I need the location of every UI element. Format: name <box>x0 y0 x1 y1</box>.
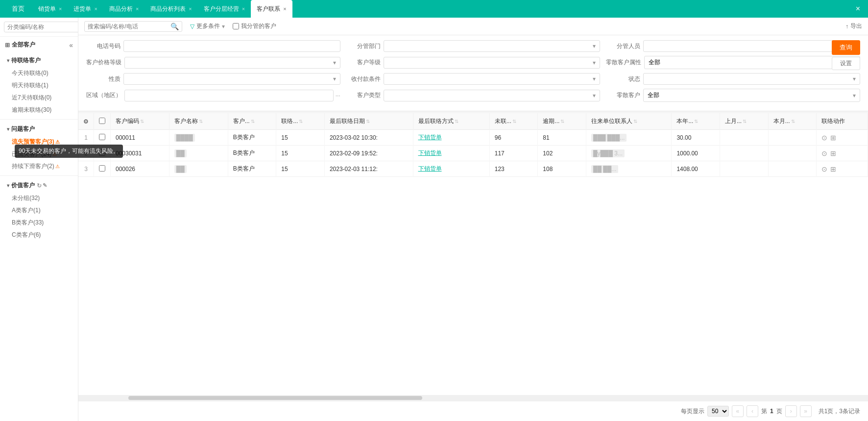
close-tab-purchase[interactable]: × <box>94 6 97 12</box>
sort-icon-overdue[interactable]: ⇅ <box>560 119 564 124</box>
sidebar-all-customers[interactable]: ⊞ 全部客户 « <box>0 37 78 53</box>
row1-way-link[interactable]: 下销货单 <box>418 134 442 141</box>
sort-icon-year[interactable]: ⇅ <box>694 119 698 124</box>
window-close-button[interactable]: × <box>852 4 864 13</box>
close-tab-analysis-list[interactable]: × <box>189 6 192 12</box>
sidebar-item-class-a[interactable]: A类客户(1) <box>0 204 78 217</box>
row2-way-link[interactable]: 下销货单 <box>418 149 442 156</box>
nav-home[interactable]: 首页 <box>4 4 32 13</box>
sidebar-group-problem-title[interactable]: ▾ 问题客户 <box>0 123 78 136</box>
sidebar-item-7days[interactable]: 近7天待联络(0) <box>0 92 78 104</box>
sidebar-item-overdue[interactable]: 逾期未联络(30) <box>0 104 78 116</box>
more-conditions-button[interactable]: ▽ 更多条件 ▾ <box>186 21 229 32</box>
phone-input[interactable] <box>123 40 340 52</box>
nav-tab-sales[interactable]: 销货单 × <box>32 0 68 18</box>
row2-name-text: ██ <box>174 149 187 157</box>
row1-checkbox[interactable] <box>94 130 111 146</box>
status-select[interactable]: ▾ <box>643 73 860 85</box>
sidebar-group-value-title[interactable]: ▾ 价值客户 ↻ ✎ <box>0 179 78 192</box>
sidebar-item-ungrouped[interactable]: 未分组(32) <box>0 192 78 204</box>
sidebar-collapse-button[interactable]: « <box>69 41 73 49</box>
query-button[interactable]: 查询 <box>832 40 860 55</box>
close-tab-customer-contact[interactable]: × <box>283 6 286 12</box>
nav-tab-analysis-list[interactable]: 商品分析列表 × <box>145 0 197 18</box>
sort-icon-unit[interactable]: ⇅ <box>633 119 637 124</box>
edit-icon[interactable]: ✎ <box>43 182 47 189</box>
sort-icon-lastmonth[interactable]: ⇅ <box>743 119 747 124</box>
sort-icon-tier[interactable]: ⇅ <box>251 119 255 124</box>
sort-icon-not-contact[interactable]: ⇅ <box>512 119 516 124</box>
row3-checkbox-input[interactable] <box>99 165 105 172</box>
nav-tab-purchase[interactable]: 进货单 × <box>68 0 103 18</box>
row1-link-action-icon[interactable]: ⊙ <box>821 134 827 142</box>
row3-unit-text: ██ ██... <box>591 165 618 173</box>
sidebar-item-today[interactable]: 今天待联络(0) <box>0 67 78 79</box>
horizontal-scrollbar[interactable] <box>78 395 868 401</box>
sidebar-item-tomorrow[interactable]: 明天待联络(1) <box>0 79 78 92</box>
row3-way[interactable]: 下销货单 <box>413 161 489 177</box>
sort-icon-contact[interactable]: ⇅ <box>299 119 303 124</box>
row3-way-link[interactable]: 下销货单 <box>418 165 442 172</box>
retail-attr-select[interactable]: 全部 ▾ <box>644 56 860 69</box>
nav-tab-customer-contact[interactable]: 客户联系 × <box>251 0 292 18</box>
customer-tier-select[interactable]: ▾ <box>384 57 601 69</box>
row1-way[interactable]: 下销货单 <box>413 130 489 146</box>
row3-grid-action-icon[interactable]: ⊞ <box>830 165 836 173</box>
table-container[interactable]: ⚙ 客户编码⇅ 客户名称⇅ 客户...⇅ 联络...⇅ 最后联络日期⇅ 最后联络… <box>78 113 868 395</box>
export-button[interactable]: ↑ 导出 <box>845 22 862 30</box>
nav-tab-customer-tier[interactable]: 客户分层经营 × <box>198 0 251 18</box>
page-next-button[interactable]: › <box>785 405 797 417</box>
sidebar-group-pending-title[interactable]: ▾ 待联络客户 <box>0 54 78 67</box>
row2-grid-action-icon[interactable]: ⊞ <box>830 149 836 157</box>
row2-way[interactable]: 下销货单 <box>413 146 489 161</box>
toolbar-search-input[interactable] <box>88 23 170 30</box>
region-dots[interactable]: ··· <box>336 92 340 99</box>
page-last-button[interactable]: » <box>800 405 812 417</box>
top-nav: 首页 销货单 × 进货单 × 商品分析 × 商品分析列表 × 客户分层经营 × … <box>0 0 868 18</box>
my-customer-checkbox[interactable]: 我分管的客户 <box>233 22 276 30</box>
sidebar-item-declining[interactable]: 持续下滑客户(2) ⚠ <box>0 160 78 173</box>
scroll-thumb[interactable] <box>128 396 422 400</box>
nav-tab-analysis[interactable]: 商品分析 × <box>103 0 145 18</box>
sort-icon-last-way[interactable]: ⇅ <box>455 119 458 124</box>
payment-arrow-icon: ▾ <box>593 75 596 82</box>
row3-tier: B类客户 <box>228 161 276 177</box>
row1-grid-action-icon[interactable]: ⊞ <box>830 134 836 142</box>
row1-checkbox-input[interactable] <box>99 134 105 140</box>
filter-dept: 分管部门 ▾ <box>346 40 601 52</box>
th-checkbox[interactable] <box>94 113 111 130</box>
person-input[interactable] <box>643 40 853 52</box>
settings-button[interactable]: 设置 <box>832 57 860 70</box>
region-input[interactable] <box>124 90 334 101</box>
sort-icon-code[interactable]: ⇅ <box>140 119 144 124</box>
my-customer-checkbox-input[interactable] <box>233 23 239 29</box>
row3-checkbox[interactable] <box>94 161 111 177</box>
page-prev-button[interactable]: ‹ <box>747 405 758 417</box>
sort-icon-last-date[interactable]: ⇅ <box>366 119 370 124</box>
toolbar-search-icon[interactable]: 🔍 <box>170 23 179 30</box>
th-settings[interactable]: ⚙ <box>78 113 94 130</box>
per-page-select[interactable]: 50 <box>707 406 729 417</box>
close-tab-customer-tier[interactable]: × <box>242 6 245 12</box>
nature-select[interactable]: ▾ <box>123 73 340 85</box>
price-tier-select[interactable]: ▾ <box>124 57 340 69</box>
row2-link-action-icon[interactable]: ⊙ <box>821 149 827 157</box>
customer-type-select[interactable]: ▾ <box>384 90 601 101</box>
table-row: 1 000011 ████ B类客户 15 2023-03-02 10:30: … <box>78 130 868 146</box>
row3-link-action-icon[interactable]: ⊙ <box>821 165 827 173</box>
sidebar-search-input[interactable] <box>4 22 78 32</box>
sort-icon-name[interactable]: ⇅ <box>199 119 203 124</box>
close-tab-sales[interactable]: × <box>59 6 62 12</box>
page-suffix: 页 <box>776 407 782 416</box>
refresh-icon[interactable]: ↻ <box>37 182 42 189</box>
arrow-down-icon: ▾ <box>7 58 9 63</box>
sort-icon-thismonth[interactable]: ⇅ <box>791 119 795 124</box>
dept-select[interactable]: ▾ <box>384 40 601 52</box>
sidebar-item-class-c[interactable]: C类客户(6) <box>0 229 78 241</box>
payment-select[interactable]: ▾ <box>384 73 601 85</box>
page-first-button[interactable]: « <box>732 405 744 417</box>
sidebar-item-class-b[interactable]: B类客户(33) <box>0 217 78 229</box>
close-tab-analysis[interactable]: × <box>136 6 139 12</box>
select-all-checkbox[interactable] <box>99 118 105 124</box>
retail-select[interactable]: 全部 ▾ <box>643 89 860 102</box>
